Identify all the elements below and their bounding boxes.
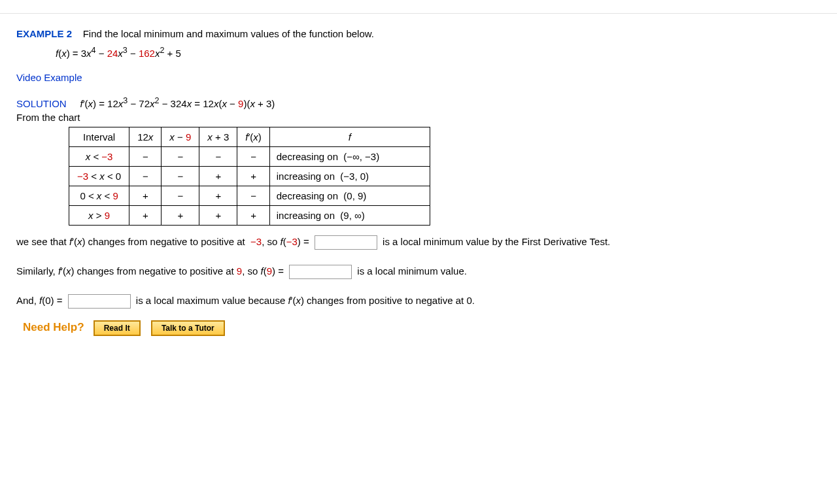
solution-label: SOLUTION xyxy=(16,98,67,109)
col-f: f xyxy=(269,127,430,147)
example-prompt: Find the local minimum and maximum value… xyxy=(83,28,374,39)
solution-line: SOLUTION f′(x) = 12x3 − 72x2 − 324x = 12… xyxy=(16,96,821,109)
table-header-row: Interval 12x x − 9 x + 3 f′(x) f xyxy=(69,127,430,147)
example-label: EXAMPLE 2 xyxy=(16,28,72,39)
function-equation: f(x) = 3x4 − 24x3 − 162x2 + 5 xyxy=(56,46,821,59)
from-chart-text: From the chart xyxy=(16,112,821,123)
table-row: −3 < x < 0 − − + + increasing on (−3, 0) xyxy=(69,167,430,186)
para-second: Similarly, f′(x) changes from negative t… xyxy=(16,264,821,279)
sign-chart-table: Interval 12x x − 9 x + 3 f′(x) f x < −3 … xyxy=(69,127,430,226)
need-help-row: Need Help? Read It Talk to a Tutor xyxy=(23,320,821,336)
table-row: x < −3 − − − − decreasing on (−∞, −3) xyxy=(69,147,430,167)
col-x-plus-3: x + 3 xyxy=(199,127,237,147)
need-help-label: Need Help? xyxy=(23,321,84,333)
answer-input-2[interactable] xyxy=(289,265,352,279)
table-row: 0 < x < 9 + − + − decreasing on (0, 9) xyxy=(69,186,430,206)
read-it-button[interactable]: Read It xyxy=(94,320,141,336)
para-first-derivative: we see that f′(x) changes from negative … xyxy=(16,235,821,250)
answer-input-3[interactable] xyxy=(68,294,131,309)
talk-to-tutor-button[interactable]: Talk to a Tutor xyxy=(151,320,225,336)
col-x-minus-9: x − 9 xyxy=(162,127,199,147)
col-fprime: f′(x) xyxy=(237,127,269,147)
example-heading: EXAMPLE 2 Find the local minimum and max… xyxy=(16,28,821,39)
table-row: x > 9 + + + + increasing on (9, ∞) xyxy=(69,206,430,226)
top-divider xyxy=(0,13,837,14)
col-12x: 12x xyxy=(129,127,162,147)
video-example-link[interactable]: Video Example xyxy=(16,72,821,83)
para-third: And, f(0) = is a local maximum value bec… xyxy=(16,294,821,309)
answer-input-1[interactable] xyxy=(315,235,377,250)
col-interval: Interval xyxy=(69,127,129,147)
